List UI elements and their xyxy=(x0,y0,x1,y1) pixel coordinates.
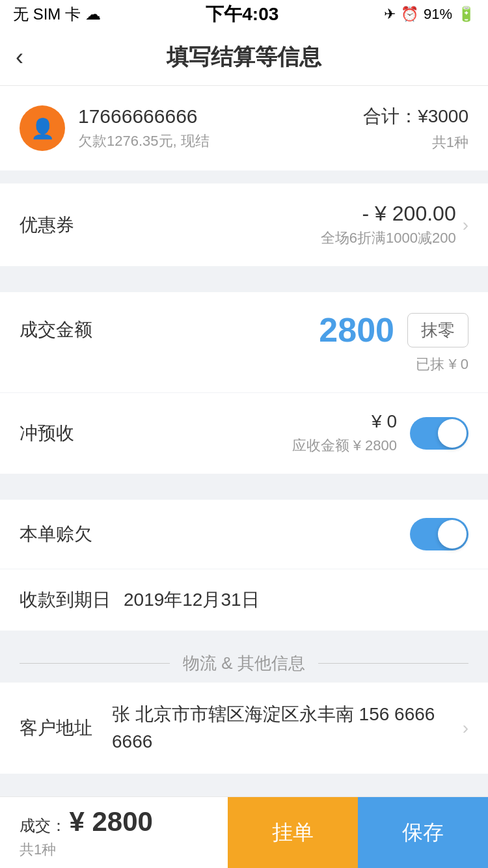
address-section[interactable]: 客户地址 张 北京市市辖区海淀区永丰南 156 6666 6666 › xyxy=(0,683,488,774)
coupon-row[interactable]: 优惠券 - ¥ 200.00 全场6折满1000减200 › xyxy=(0,183,488,266)
back-button[interactable]: ‹ xyxy=(16,44,23,71)
customer-left: 👤 17666666666 欠款1276.35元, 现结 xyxy=(20,105,210,151)
prepay-toggle-thumb xyxy=(438,419,467,448)
section-divider-2 xyxy=(0,474,488,487)
duedate-label: 收款到期日 xyxy=(20,588,111,612)
section-divider-1 xyxy=(0,279,488,292)
prepay-toggle[interactable] xyxy=(410,417,468,450)
logistics-section-label: 物流 & 其他信息 xyxy=(170,652,318,675)
status-right: ✈ ⏰ 91% 🔋 xyxy=(384,6,475,23)
bottom-deal-row: 成交： ¥ 2800 xyxy=(20,806,208,837)
customer-phone: 17666666666 xyxy=(78,105,210,128)
bottom-count: 共1种 xyxy=(20,840,208,860)
status-bar: 无 SIM 卡 ☁ 下午4:03 ✈ ⏰ 91% 🔋 xyxy=(0,0,488,29)
battery-icon: 🔋 xyxy=(457,6,475,23)
credit-toggle-thumb xyxy=(438,520,467,549)
credit-toggle[interactable] xyxy=(410,518,468,550)
amount-row: 成交金额 2800 抹零 xyxy=(20,310,468,349)
coupon-value: - ¥ 200.00 全场6折满1000减200 xyxy=(321,202,456,248)
battery-level: 91% xyxy=(424,6,452,23)
prepay-value: ¥ 0 应收金额 ¥ 2800 xyxy=(292,411,397,455)
duedate-section: 收款到期日 2019年12月31日 xyxy=(0,569,488,631)
page-title: 填写结算等信息 xyxy=(167,42,321,72)
coupon-desc: 全场6折满1000减200 xyxy=(321,228,456,248)
hang-single-button[interactable]: 挂单 xyxy=(228,797,358,868)
avatar: 👤 xyxy=(20,105,65,151)
customer-right: 合计：¥3000 共1种 xyxy=(363,104,468,152)
coupon-label: 优惠券 xyxy=(20,213,74,237)
avatar-icon: 👤 xyxy=(31,117,55,140)
amount-sub-text: 已抹 ¥ 0 xyxy=(20,355,468,374)
main-content: 👤 17666666666 欠款1276.35元, 现结 合计：¥3000 共1… xyxy=(0,86,488,868)
customer-info: 17666666666 欠款1276.35元, 现结 xyxy=(78,105,210,151)
coupon-right: - ¥ 200.00 全场6折满1000减200 › xyxy=(321,202,468,248)
save-button[interactable]: 保存 xyxy=(358,797,488,868)
address-chevron-icon: › xyxy=(463,718,468,739)
customer-debt: 欠款1276.35元, 现结 xyxy=(78,131,210,151)
bottom-deal-label: 成交： xyxy=(20,817,66,834)
prepay-row: 冲预收 ¥ 0 应收金额 ¥ 2800 xyxy=(20,411,468,455)
amount-value: 2800 xyxy=(319,310,394,349)
round-off-button[interactable]: 抹零 xyxy=(407,313,468,347)
nav-bar: ‹ 填写结算等信息 xyxy=(0,29,488,86)
duedate-row: 收款到期日 2019年12月31日 xyxy=(20,588,468,612)
amount-label: 成交金额 xyxy=(20,318,92,342)
coupon-chevron-icon: › xyxy=(463,215,468,236)
status-time: 下午4:03 xyxy=(206,2,278,27)
address-label: 客户地址 xyxy=(20,716,92,740)
bottom-summary: 成交： ¥ 2800 共1种 xyxy=(0,806,228,860)
customer-card: 👤 17666666666 欠款1276.35元, 现结 合计：¥3000 共1… xyxy=(0,86,488,170)
logistics-divider: 物流 & 其他信息 xyxy=(0,644,488,683)
bottom-actions: 挂单 保存 xyxy=(228,797,488,868)
credit-label: 本单赊欠 xyxy=(20,522,92,547)
customer-total: 合计：¥3000 xyxy=(363,104,468,129)
credit-section: 本单赊欠 xyxy=(0,500,488,569)
customer-count: 共1种 xyxy=(363,133,468,152)
prepay-amount: ¥ 0 xyxy=(292,411,397,432)
amount-section: 成交金额 2800 抹零 已抹 ¥ 0 xyxy=(0,292,488,392)
amount-right: 2800 抹零 xyxy=(319,310,468,349)
location-icon: ✈ xyxy=(384,6,396,23)
prepay-receivable: 应收金额 ¥ 2800 xyxy=(292,436,397,455)
prepay-right: ¥ 0 应收金额 ¥ 2800 xyxy=(292,411,468,455)
alarm-icon: ⏰ xyxy=(401,6,418,23)
bottom-amount: ¥ 2800 xyxy=(69,806,152,837)
coupon-amount: - ¥ 200.00 xyxy=(321,202,456,226)
bottom-bar: 成交： ¥ 2800 共1种 挂单 保存 xyxy=(0,796,488,868)
prepay-label: 冲预收 xyxy=(20,421,74,446)
sim-status: 无 SIM 卡 ☁ xyxy=(13,4,101,25)
address-value: 张 北京市市辖区海淀区永丰南 156 6666 6666 xyxy=(112,701,456,755)
prepay-section: 冲预收 ¥ 0 应收金额 ¥ 2800 xyxy=(0,393,488,474)
duedate-value: 2019年12月31日 xyxy=(124,588,260,612)
status-left: 无 SIM 卡 ☁ xyxy=(13,4,101,25)
